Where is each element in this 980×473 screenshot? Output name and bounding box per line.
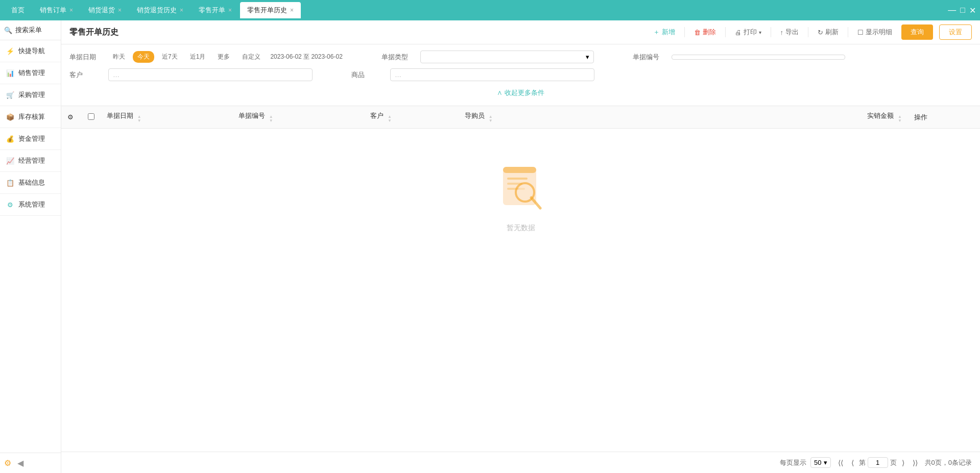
window-controls: — □ ✕ [948, 6, 976, 15]
settings-button[interactable]: 设置 [939, 24, 972, 40]
table-container: ⚙ 单据日期 ▲▼ 单据编号 ▲▼ [61, 106, 980, 452]
tab-retail-open-history[interactable]: 零售开单历史 × [240, 2, 301, 18]
add-label: 新增 [662, 28, 675, 37]
sidebar-purchase-mgmt-label: 采购管理 [18, 90, 45, 99]
sidebar-item-quick-nav[interactable]: ⚡ 快捷导航 [0, 40, 61, 62]
goods-input[interactable]: … [390, 68, 594, 81]
add-icon: ＋ [653, 28, 660, 37]
empty-text: 暂无数据 [507, 223, 535, 233]
date-btn-7days[interactable]: 近7天 [157, 51, 182, 63]
tab-retail-open-close[interactable]: × [228, 7, 232, 14]
th-checkbox[interactable] [82, 106, 101, 129]
base-info-icon: 📋 [6, 179, 14, 187]
delete-icon: 🗑 [694, 29, 701, 36]
th-amount[interactable]: 实销金额 ▲▼ [776, 106, 908, 129]
th-bill-no-label: 单据编号 [238, 112, 265, 119]
guide-sort-icons: ▲▼ [489, 115, 493, 123]
date-btn-more[interactable]: 更多 [213, 51, 234, 63]
tab-home[interactable]: 首页 [4, 2, 32, 18]
page-last-btn[interactable]: ⟩⟩ [910, 458, 921, 468]
page-first-btn[interactable]: ⟨⟨ [835, 458, 846, 468]
main-layout: 🔍 搜索采单 ⚡ 快捷导航 📊 销售管理 🛒 采购管理 📦 库存核算 💰 资金管… [0, 20, 980, 473]
tab-sales-order[interactable]: 销售订单 × [33, 2, 80, 18]
sidebar-item-sales-mgmt[interactable]: 📊 销售管理 [0, 62, 61, 84]
sidebar-search-label: 搜索采单 [15, 26, 42, 35]
sidebar: 🔍 搜索采单 ⚡ 快捷导航 📊 销售管理 🛒 采购管理 📦 库存核算 💰 资金管… [0, 20, 61, 473]
select-all-checkbox[interactable] [88, 113, 94, 120]
date-filter-label: 单据日期 [69, 53, 100, 62]
page-size-select[interactable]: 50 ▾ [810, 457, 830, 468]
tab-retail-open-history-close[interactable]: × [290, 7, 294, 14]
customer-input[interactable]: … [108, 68, 313, 81]
sidebar-item-system-mgmt[interactable]: ⚙ 系统管理 [0, 194, 61, 216]
divider-3 [771, 27, 771, 37]
sidebar-item-base-info[interactable]: 📋 基础信息 [0, 172, 61, 194]
customer-placeholder: … [113, 71, 119, 79]
export-button[interactable]: ↑ 导出 [777, 26, 802, 39]
tab-sales-return-history-close[interactable]: × [180, 7, 183, 14]
page-prev-btn[interactable]: ⟨ [848, 458, 857, 468]
page-next-btn[interactable]: ⟩ [899, 458, 907, 468]
sidebar-item-operations[interactable]: 📈 经营管理 [0, 150, 61, 172]
data-table: ⚙ 单据日期 ▲▼ 单据编号 ▲▼ [61, 106, 980, 253]
page-size-arrow-icon: ▾ [824, 459, 827, 466]
tab-sales-return-history-label: 销货退货历史 [137, 6, 177, 15]
th-action-label: 操作 [914, 113, 927, 121]
window-min-btn[interactable]: — [948, 6, 956, 15]
refresh-label: 刷新 [825, 28, 839, 37]
divider-5 [848, 27, 848, 37]
th-spacer [572, 106, 776, 129]
th-settings[interactable]: ⚙ [61, 106, 82, 129]
per-page-label: 每页显示 [780, 458, 806, 467]
tab-sales-return-close[interactable]: × [118, 7, 122, 14]
date-btn-1month[interactable]: 近1月 [185, 51, 210, 63]
delete-label: 删除 [703, 28, 716, 37]
tab-sales-return[interactable]: 销货退货 × [81, 2, 129, 18]
sidebar-bottom: ⚙ ◀ [0, 453, 61, 473]
date-btn-custom[interactable]: 自定义 [237, 51, 265, 63]
sidebar-item-purchase-mgmt[interactable]: 🛒 采购管理 [0, 84, 61, 106]
page-label-post: 页 [890, 458, 897, 467]
date-btn-today[interactable]: 今天 [133, 51, 154, 63]
th-bill-no[interactable]: 单据编号 ▲▼ [232, 106, 364, 129]
refresh-button[interactable]: ↻ 刷新 [815, 26, 842, 39]
sidebar-collapse-icon[interactable]: ◀ [17, 458, 23, 468]
page-number-input[interactable] [868, 457, 888, 468]
empty-state: 暂无数据 [61, 129, 980, 253]
tab-retail-open[interactable]: 零售开单 × [192, 2, 239, 18]
bill-no-input[interactable] [672, 55, 845, 60]
add-button[interactable]: ＋ 新增 [650, 26, 678, 39]
empty-illustration [490, 159, 552, 215]
tab-bar: 首页 销售订单 × 销货退货 × 销货退货历史 × 零售开单 × 零售开单历史 … [0, 0, 980, 20]
tab-sales-order-close[interactable]: × [69, 7, 73, 14]
settings-gear-icon[interactable]: ⚙ [4, 458, 11, 468]
customer-sort-icons: ▲▼ [388, 115, 392, 123]
th-guide[interactable]: 导购员 ▲▼ [459, 106, 572, 129]
sidebar-item-inventory[interactable]: 📦 库存核算 [0, 106, 61, 128]
query-button[interactable]: 查询 [901, 24, 933, 40]
window-max-btn[interactable]: □ [960, 6, 965, 15]
checkbox-icon: ☐ [857, 29, 864, 36]
column-settings-icon[interactable]: ⚙ [67, 113, 74, 121]
bill-type-select[interactable]: ▾ [420, 51, 594, 63]
tab-sales-return-label: 销货退货 [88, 6, 115, 15]
window-close-btn[interactable]: ✕ [969, 6, 976, 15]
th-customer[interactable]: 客户 ▲▼ [364, 106, 459, 129]
display-detail-button[interactable]: ☐ 显示明细 [854, 26, 895, 39]
bill-no-sort-icons: ▲▼ [269, 115, 273, 123]
goods-placeholder: … [395, 71, 401, 79]
delete-button[interactable]: 🗑 删除 [691, 26, 719, 39]
toolbar: 零售开单历史 ＋ 新增 🗑 删除 🖨 打印 ▾ [61, 20, 980, 44]
collapse-button[interactable]: ∧ 收起更多条件 [69, 86, 972, 99]
print-arrow-icon: ▾ [759, 30, 761, 35]
print-button[interactable]: 🖨 打印 ▾ [732, 26, 764, 39]
date-btn-yesterday[interactable]: 昨天 [108, 51, 130, 63]
sidebar-item-finance-mgmt[interactable]: 💰 资金管理 [0, 128, 61, 150]
filter-row-1: 单据日期 昨天 今天 近7天 近1月 更多 自定义 2023-06-02 至 2… [69, 51, 972, 63]
pagination: 每页显示 50 ▾ ⟨⟨ ⟨ 第 页 ⟩ ⟩⟩ 共0页，0条记录 [61, 452, 980, 473]
content-area: 零售开单历史 ＋ 新增 🗑 删除 🖨 打印 ▾ [61, 20, 980, 473]
tab-sales-return-history[interactable]: 销货退货历史 × [130, 2, 190, 18]
sidebar-search[interactable]: 🔍 搜索采单 [0, 20, 61, 40]
print-label: 打印 [744, 28, 757, 37]
th-date[interactable]: 单据日期 ▲▼ [101, 106, 232, 129]
